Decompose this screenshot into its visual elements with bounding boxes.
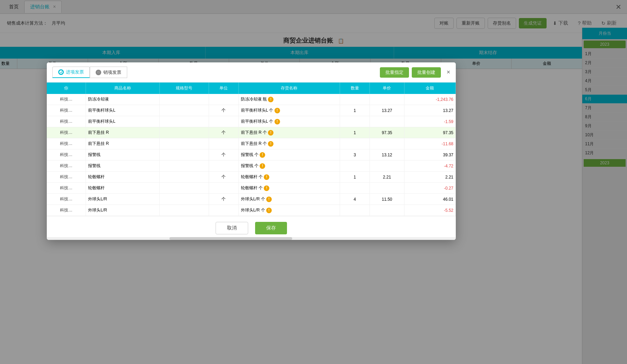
table-row[interactable]: 科技… 外球头L/R 个 外球头L/R 个 ! 4 11.50 46.01 (47, 194, 456, 205)
cell-spec (160, 127, 209, 138)
cell-spec (160, 149, 209, 161)
cell-spec (160, 183, 209, 194)
warning-icon: ! (275, 119, 280, 124)
table-row[interactable]: 科技… 报警线 个 报警线 个 ! 3 13.12 39.37 (47, 149, 456, 161)
cell-unit-price: 13.12 (370, 149, 404, 161)
cell-unit-price: 13.27 (370, 105, 404, 116)
cell-company: 科技… (47, 194, 86, 205)
cell-unit-price: 97.35 (370, 127, 404, 138)
cell-unit-price (370, 116, 404, 127)
cell-product: 报警线 (86, 149, 160, 161)
warning-icon: ! (260, 152, 265, 158)
table-row[interactable]: 科技… 前下悬挂 R 前下悬挂 R 个 ! -11.68 (47, 138, 456, 149)
cell-company: 科技… (47, 105, 86, 116)
cell-storage: 外球头L/R 个 ! (238, 194, 340, 205)
cell-unit: 个 (209, 127, 238, 138)
cell-spec (160, 94, 209, 105)
warning-icon: ! (264, 174, 269, 180)
table-row[interactable]: 科技… 外球头L/R 外球头L/R 个 ! -5.52 (47, 205, 456, 216)
cell-company: 科技… (47, 183, 86, 194)
cell-amount: 46.01 (404, 194, 455, 205)
modal-tabs: 进项发票 □ 销项发票 (52, 67, 127, 78)
cell-amount: -1.59 (404, 116, 455, 127)
cell-amount: 2.21 (404, 172, 455, 183)
cell-quantity (340, 116, 370, 127)
cell-spec (160, 138, 209, 149)
modal-overlay: 进项发票 □ 销项发票 批量指定 批量创建 × 你 商品名称 (0, 0, 627, 364)
batch-assign-button[interactable]: 批量指定 (380, 67, 409, 78)
modal-footer: 取消 保存 (47, 216, 456, 240)
cell-storage: 前平衡杆球头L 个 ! (238, 116, 340, 127)
cell-storage: 防冻冷却液 瓶 ! (238, 94, 340, 105)
table-row[interactable]: 科技… 报警线 报警线 个 ! -4.72 (47, 161, 456, 172)
table-row[interactable]: 科技… 防冻冷却液 防冻冷却液 瓶 ! -1,243.76 (47, 94, 456, 105)
cell-unit-price: 2.21 (370, 172, 404, 183)
warning-icon: ! (268, 141, 273, 147)
col-header-unit: 单位 (209, 83, 238, 94)
cell-quantity: 1 (340, 172, 370, 183)
cell-amount: 13.27 (404, 105, 455, 116)
cell-quantity (340, 183, 370, 194)
cell-spec (160, 105, 209, 116)
col-header-storage: 存货名称 (238, 83, 340, 94)
cell-company: 科技… (47, 138, 86, 149)
table-row[interactable]: 科技… 前平衡杆球头L 前平衡杆球头L 个 ! -1.59 (47, 116, 456, 127)
warning-icon: ! (275, 108, 280, 113)
warning-icon: ! (266, 208, 272, 213)
col-header-quantity: 数量 (340, 83, 370, 94)
cell-company: 科技… (47, 116, 86, 127)
table-row[interactable]: 科技… 前平衡杆球头L 个 前平衡杆球头L 个 ! 1 13.27 13.27 (47, 105, 456, 116)
cell-storage: 前下悬挂 R 个 ! (238, 127, 340, 138)
table-row[interactable]: 科技… 轮毂螺杆 个 轮毂螺杆 个 ! 1 2.21 2.21 (47, 172, 456, 183)
cell-storage: 报警线 个 ! (238, 161, 340, 172)
warning-icon: ! (266, 197, 272, 202)
cell-amount: 39.37 (404, 149, 455, 161)
cell-amount: -5.52 (404, 205, 455, 216)
cell-unit-price (370, 183, 404, 194)
cell-spec (160, 194, 209, 205)
cell-company: 科技… (47, 94, 86, 105)
cell-amount: 97.35 (404, 127, 455, 138)
cell-product: 轮毂螺杆 (86, 183, 160, 194)
modal-table: 你 商品名称 规格型号 单位 存货名称 数量 单价 金额 科技… 防冻冷却液 (47, 83, 456, 216)
cell-quantity: 4 (340, 194, 370, 205)
save-button[interactable]: 保存 (255, 222, 287, 234)
cell-unit (209, 205, 238, 216)
cell-product: 外球头L/R (86, 194, 160, 205)
col-header-company: 你 (47, 83, 86, 94)
cell-quantity (340, 161, 370, 172)
modal-close-button[interactable]: × (446, 69, 450, 76)
modal-header-buttons: 批量指定 批量创建 (380, 67, 441, 78)
cell-unit (209, 183, 238, 194)
cell-storage: 前下悬挂 R 个 ! (238, 138, 340, 149)
tab-sales-invoice[interactable]: □ 销项发票 (90, 67, 127, 78)
cell-unit-price (370, 138, 404, 149)
cell-spec (160, 161, 209, 172)
cell-quantity (340, 205, 370, 216)
table-row[interactable]: 科技… 轮毂螺杆 轮毂螺杆 个 ! -0.27 (47, 183, 456, 194)
table-row[interactable]: 科技… 前下悬挂 R 个 前下悬挂 R 个 ! 1 97.35 97.35 (47, 127, 456, 138)
batch-create-button[interactable]: 批量创建 (412, 67, 441, 78)
cell-quantity: 1 (340, 105, 370, 116)
warning-icon: ! (264, 185, 269, 191)
warning-icon: ! (260, 163, 265, 169)
cell-spec (160, 172, 209, 183)
modal-table-head: 你 商品名称 规格型号 单位 存货名称 数量 单价 金额 (47, 83, 456, 94)
cell-company: 科技… (47, 149, 86, 161)
cell-storage: 轮毂螺杆 个 ! (238, 183, 340, 194)
col-header-product-name: 商品名称 (86, 83, 160, 94)
cell-unit (209, 138, 238, 149)
cancel-button[interactable]: 取消 (216, 222, 248, 234)
tab-input-invoice[interactable]: 进项发票 (52, 67, 90, 78)
input-invoice-label: 进项发票 (66, 69, 84, 75)
cell-storage: 轮毂螺杆 个 ! (238, 172, 340, 183)
sales-invoice-icon: □ (96, 70, 101, 75)
sales-invoice-label: 销项发票 (103, 69, 121, 76)
cell-unit: 个 (209, 105, 238, 116)
cell-product: 前平衡杆球头L (86, 116, 160, 127)
modal-table-body: 科技… 防冻冷却液 防冻冷却液 瓶 ! -1,243.76 科技… 前平衡杆球头… (47, 94, 456, 216)
cell-product: 前下悬挂 R (86, 127, 160, 138)
col-header-spec: 规格型号 (160, 83, 209, 94)
input-invoice-icon (58, 69, 64, 75)
modal-dialog: 进项发票 □ 销项发票 批量指定 批量创建 × 你 商品名称 (47, 62, 456, 240)
